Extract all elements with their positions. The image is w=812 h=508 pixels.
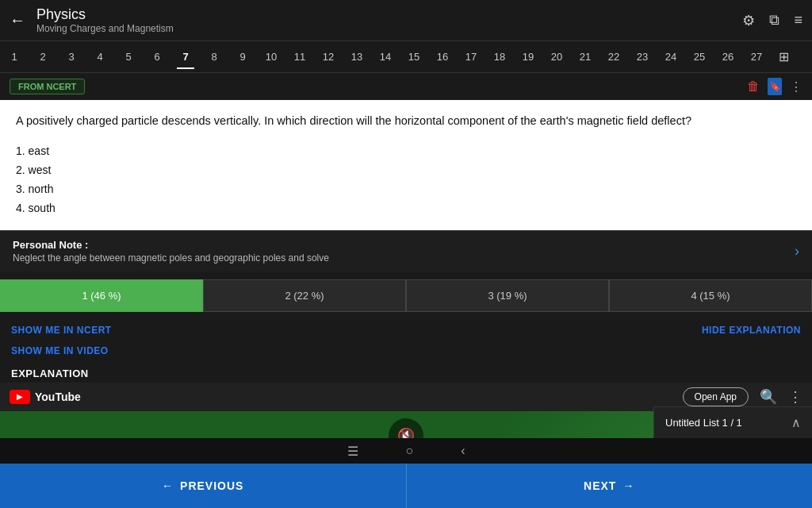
youtube-logo: ▶ YouTube bbox=[10, 390, 81, 404]
card-icons: 🗑 🔖 ⋮ bbox=[747, 78, 802, 95]
number-tab-6[interactable]: 6 bbox=[143, 48, 171, 66]
android-home-icon[interactable]: ○ bbox=[406, 444, 414, 458]
page-subtitle: Moving Charges and Magnetism bbox=[36, 23, 742, 34]
untitled-list-label: Untitled List 1 / 1 bbox=[665, 417, 742, 429]
youtube-actions: Open App 🔍 ⋮ bbox=[683, 387, 802, 406]
number-tab-27[interactable]: 27 bbox=[742, 48, 771, 66]
settings-icon[interactable]: ⚙ bbox=[742, 12, 755, 29]
top-bar-title: Physics Moving Charges and Magnetism bbox=[36, 6, 742, 34]
number-tab-12[interactable]: 12 bbox=[314, 48, 343, 66]
search-icon[interactable]: 🔍 bbox=[760, 388, 777, 406]
question-card: A positively charged particle descends v… bbox=[0, 100, 812, 230]
mute-icon: 🔇 bbox=[389, 418, 423, 438]
prev-label: PREVIOUS bbox=[180, 479, 243, 492]
bookmark-icon[interactable]: 🔖 bbox=[768, 78, 782, 95]
number-tab-14[interactable]: 14 bbox=[371, 48, 400, 66]
number-tab-13[interactable]: 13 bbox=[343, 48, 371, 66]
note-title: Personal Note : bbox=[13, 239, 329, 251]
option-1-number: 1. bbox=[16, 144, 29, 157]
note-body: Neglect the angle between magnetic poles… bbox=[13, 252, 329, 264]
question-text: A positively charged particle descends v… bbox=[16, 113, 796, 130]
number-tab-23[interactable]: 23 bbox=[628, 48, 657, 66]
number-tab-15[interactable]: 15 bbox=[400, 48, 428, 66]
number-tab-19[interactable]: 19 bbox=[514, 48, 542, 66]
more-icon[interactable]: ⋮ bbox=[790, 79, 802, 94]
page-title: Physics bbox=[36, 6, 742, 23]
untitled-list-panel: Untitled List 1 / 1 ∧ bbox=[653, 406, 812, 438]
link-row-1: SHOW ME IN NCERT HIDE EXPLANATION bbox=[0, 320, 812, 341]
open-app-button[interactable]: Open App bbox=[683, 387, 749, 406]
android-menu-icon[interactable]: ☰ bbox=[347, 444, 358, 459]
option-1: 1. east bbox=[16, 141, 796, 160]
from-ncert-badge: FROM NCERT bbox=[10, 79, 85, 94]
content-area: FROM NCERT 🗑 🔖 ⋮ A positively charged pa… bbox=[0, 73, 812, 438]
number-tab-10[interactable]: 10 bbox=[257, 48, 285, 66]
hide-explanation-link[interactable]: HIDE EXPLANATION bbox=[702, 325, 801, 336]
yt-play-icon: ▶ bbox=[10, 390, 30, 404]
answer-btn-2[interactable]: 2 (22 %) bbox=[203, 279, 406, 312]
option-4-number: 4. bbox=[16, 202, 29, 214]
link-row-2: SHOW ME IN VIDEO bbox=[0, 341, 812, 361]
number-tab-3[interactable]: 3 bbox=[57, 48, 86, 66]
number-tab-24[interactable]: 24 bbox=[657, 48, 685, 66]
number-tab-17[interactable]: 17 bbox=[457, 48, 485, 66]
option-3-label: north bbox=[29, 183, 54, 195]
note-arrow-icon[interactable]: › bbox=[795, 243, 799, 260]
number-tab-4[interactable]: 4 bbox=[86, 48, 114, 66]
number-tab-21[interactable]: 21 bbox=[571, 48, 599, 66]
layers-icon[interactable]: ⧉ bbox=[769, 12, 779, 29]
show-ncert-link[interactable]: SHOW ME IN NCERT bbox=[11, 325, 112, 336]
number-tab-18[interactable]: 18 bbox=[485, 48, 514, 66]
option-3-number: 3. bbox=[16, 183, 29, 195]
number-tab-20[interactable]: 20 bbox=[542, 48, 571, 66]
top-bar: ← Physics Moving Charges and Magnetism ⚙… bbox=[0, 0, 812, 41]
number-tab-7[interactable]: 7 bbox=[171, 48, 200, 66]
number-tabs: 1234567891011121314151617181920212223242… bbox=[0, 41, 812, 73]
number-tab-8[interactable]: 8 bbox=[200, 48, 228, 66]
note-content: Personal Note : Neglect the angle betwee… bbox=[13, 239, 329, 264]
next-label: NEXT bbox=[584, 479, 616, 492]
grid-icon[interactable]: ⊞ bbox=[771, 49, 797, 64]
number-tab-25[interactable]: 25 bbox=[685, 48, 714, 66]
explanation-label: EXPLANATION bbox=[0, 361, 812, 383]
youtube-label: YouTube bbox=[35, 391, 81, 403]
previous-button[interactable]: ← PREVIOUS bbox=[0, 464, 406, 508]
personal-note[interactable]: Personal Note : Neglect the angle betwee… bbox=[0, 230, 812, 271]
answer-buttons: 1 (46 %) 2 (22 %) 3 (19 %) 4 (15 %) bbox=[0, 271, 812, 320]
option-4: 4. south bbox=[16, 198, 796, 217]
untitled-list-close-icon[interactable]: ∧ bbox=[791, 415, 801, 430]
number-tab-16[interactable]: 16 bbox=[428, 48, 457, 66]
number-tab-26[interactable]: 26 bbox=[714, 48, 742, 66]
top-bar-icons: ⚙ ⧉ ≡ bbox=[742, 12, 802, 29]
filter-icon[interactable]: ≡ bbox=[794, 12, 802, 29]
number-tab-2[interactable]: 2 bbox=[29, 48, 57, 66]
option-2-number: 2. bbox=[16, 164, 29, 176]
delete-icon[interactable]: 🗑 bbox=[747, 79, 760, 94]
number-tab-1[interactable]: 1 bbox=[0, 48, 29, 66]
answer-btn-1[interactable]: 1 (46 %) bbox=[0, 279, 203, 312]
option-1-label: east bbox=[29, 144, 49, 157]
number-tab-22[interactable]: 22 bbox=[599, 48, 628, 66]
option-4-label: south bbox=[29, 202, 56, 214]
back-button[interactable]: ← bbox=[10, 11, 25, 29]
number-tab-11[interactable]: 11 bbox=[285, 48, 314, 66]
number-tab-9[interactable]: 9 bbox=[228, 48, 257, 66]
answer-btn-4[interactable]: 4 (15 %) bbox=[609, 279, 812, 312]
android-back-icon[interactable]: ‹ bbox=[461, 444, 465, 458]
next-arrow-icon: → bbox=[622, 479, 634, 492]
android-nav: ☰ ○ ‹ bbox=[0, 438, 812, 464]
card-header: FROM NCERT 🗑 🔖 ⋮ bbox=[0, 73, 812, 100]
show-video-link[interactable]: SHOW ME IN VIDEO bbox=[11, 345, 109, 356]
prev-arrow-icon: ← bbox=[162, 479, 174, 492]
answer-btn-3[interactable]: 3 (19 %) bbox=[406, 279, 609, 312]
option-2-label: west bbox=[29, 164, 52, 176]
bottom-nav: ← PREVIOUS NEXT → bbox=[0, 464, 812, 508]
option-3: 3. north bbox=[16, 179, 796, 198]
next-button[interactable]: NEXT → bbox=[407, 464, 813, 508]
more-options-icon[interactable]: ⋮ bbox=[788, 388, 802, 406]
option-2: 2. west bbox=[16, 160, 796, 179]
number-tab-5[interactable]: 5 bbox=[114, 48, 143, 66]
